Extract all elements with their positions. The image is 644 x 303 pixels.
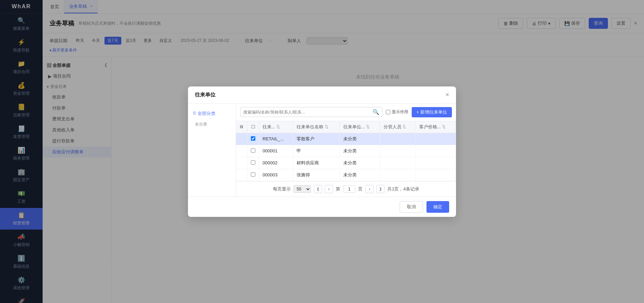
show-disabled-label: 显示停用 bbox=[392, 109, 408, 115]
row-category: 未分类 bbox=[340, 145, 380, 157]
modal-right-panel: 🔍 显示停用 + 新增往来单位 ⚙ bbox=[236, 104, 456, 197]
th-name: 往来单位名称 ⇅ bbox=[293, 121, 340, 133]
modal-search-input[interactable] bbox=[243, 110, 370, 115]
row-category: 未分类 bbox=[340, 157, 380, 169]
row-checkbox[interactable] bbox=[247, 157, 259, 169]
row-check-4[interactable] bbox=[251, 172, 255, 177]
row-name: 零散客户 bbox=[293, 133, 340, 145]
next-page-button[interactable]: › bbox=[365, 185, 374, 193]
row-settings bbox=[236, 169, 247, 181]
row-manager bbox=[380, 157, 415, 169]
row-manager bbox=[380, 145, 415, 157]
modal-footer: 取消 确定 bbox=[188, 197, 456, 217]
confirm-button[interactable]: 确定 bbox=[426, 201, 449, 213]
th-code: 往来... ⇅ bbox=[259, 121, 293, 133]
per-page-select[interactable]: 50 100 bbox=[293, 185, 311, 193]
modal-overlay: 往来单位 × ⠿ 全部分类 未分类 🔍 bbox=[0, 0, 644, 303]
total-info: 共1页，4条记录 bbox=[387, 186, 419, 192]
page-word: 页 bbox=[358, 186, 363, 192]
show-disabled-check[interactable]: 显示停用 bbox=[386, 109, 408, 115]
sort-icon-3: ⇅ bbox=[366, 124, 370, 129]
sort-icon-4: ⇅ bbox=[402, 124, 406, 129]
row-settings bbox=[236, 157, 247, 169]
modal-title: 往来单位 bbox=[195, 92, 215, 98]
last-page-button[interactable]: ⟫ bbox=[376, 185, 385, 193]
row-price bbox=[415, 145, 456, 157]
row-price bbox=[415, 169, 456, 181]
row-manager bbox=[380, 133, 415, 145]
th-price: 客户价格... ⇅ bbox=[415, 121, 456, 133]
row-category: 未分类 bbox=[340, 169, 380, 181]
row-code: 000002 bbox=[259, 157, 293, 169]
page-word-first: 第 bbox=[336, 186, 340, 192]
cancel-button[interactable]: 取消 bbox=[400, 201, 423, 213]
row-price bbox=[415, 133, 456, 145]
modal-close-button[interactable]: × bbox=[445, 91, 449, 98]
sort-icon-2: ⇅ bbox=[325, 124, 329, 129]
row-checkbox[interactable] bbox=[247, 145, 259, 157]
add-party-button[interactable]: + 新增往来单位 bbox=[412, 107, 452, 117]
table-row[interactable]: 000003 张旖得 未分类 bbox=[236, 169, 456, 181]
row-settings bbox=[236, 133, 247, 145]
table-header-row: ⚙ ☐ 往来... ⇅ 往来单位名称 ⇅ bbox=[236, 121, 456, 133]
party-table: ⚙ ☐ 往来... ⇅ 往来单位名称 ⇅ bbox=[236, 121, 456, 181]
modal-pagination: 每页显示 50 100 ⟪ ‹ 第 页 › ⟫ 共1页，4条记录 bbox=[236, 181, 456, 197]
first-page-button[interactable]: ⟪ bbox=[314, 185, 322, 193]
th-manager: 分管人员 ⇅ bbox=[380, 121, 415, 133]
prev-page-button[interactable]: ‹ bbox=[325, 185, 333, 193]
table-row[interactable]: 000002 材料供应商 未分类 bbox=[236, 157, 456, 169]
table-row[interactable]: 000001 甲 未分类 bbox=[236, 145, 456, 157]
row-code: 000003 bbox=[259, 169, 293, 181]
modal-party: 往来单位 × ⠿ 全部分类 未分类 🔍 bbox=[188, 86, 456, 217]
modal-left-panel: ⠿ 全部分类 未分类 bbox=[188, 104, 236, 197]
row-check-3[interactable] bbox=[251, 160, 255, 165]
show-disabled-checkbox[interactable] bbox=[386, 110, 390, 114]
row-settings bbox=[236, 145, 247, 157]
row-code: RETAIL_... bbox=[259, 133, 293, 145]
page-number-input[interactable] bbox=[343, 185, 355, 193]
modal-table: ⚙ ☐ 往来... ⇅ 往来单位名称 ⇅ bbox=[236, 121, 456, 181]
modal-category-all[interactable]: ⠿ 全部分类 bbox=[188, 108, 236, 119]
row-checkbox[interactable] bbox=[247, 169, 259, 181]
grid-small-icon: ⠿ bbox=[193, 111, 196, 116]
per-page-label: 每页显示 bbox=[273, 186, 291, 192]
row-price bbox=[415, 157, 456, 169]
table-row[interactable]: RETAIL_... 零散客户 未分类 bbox=[236, 133, 456, 145]
modal-toolbar: 🔍 显示停用 + 新增往来单位 bbox=[236, 104, 456, 121]
row-manager bbox=[380, 169, 415, 181]
row-checkbox[interactable] bbox=[247, 133, 259, 145]
row-check-2[interactable] bbox=[251, 148, 255, 153]
row-check-1[interactable] bbox=[251, 136, 255, 141]
sort-icon-5: ⇅ bbox=[442, 124, 446, 129]
modal-body: ⠿ 全部分类 未分类 🔍 显示停用 bbox=[188, 104, 456, 197]
modal-search-icon: 🔍 bbox=[373, 109, 379, 115]
row-name: 材料供应商 bbox=[293, 157, 340, 169]
row-code: 000001 bbox=[259, 145, 293, 157]
sort-icon: ⇅ bbox=[276, 124, 280, 129]
row-name: 张旖得 bbox=[293, 169, 340, 181]
th-settings: ⚙ bbox=[236, 121, 247, 133]
row-category: 未分类 bbox=[340, 133, 380, 145]
modal-category-uncategorized[interactable]: 未分类 bbox=[188, 119, 236, 129]
row-name: 甲 bbox=[293, 145, 340, 157]
modal-search-box[interactable]: 🔍 bbox=[240, 107, 382, 117]
th-category: 往来单位... ⇅ bbox=[340, 121, 380, 133]
th-checkbox: ☐ bbox=[247, 121, 259, 133]
modal-header: 往来单位 × bbox=[188, 86, 456, 104]
